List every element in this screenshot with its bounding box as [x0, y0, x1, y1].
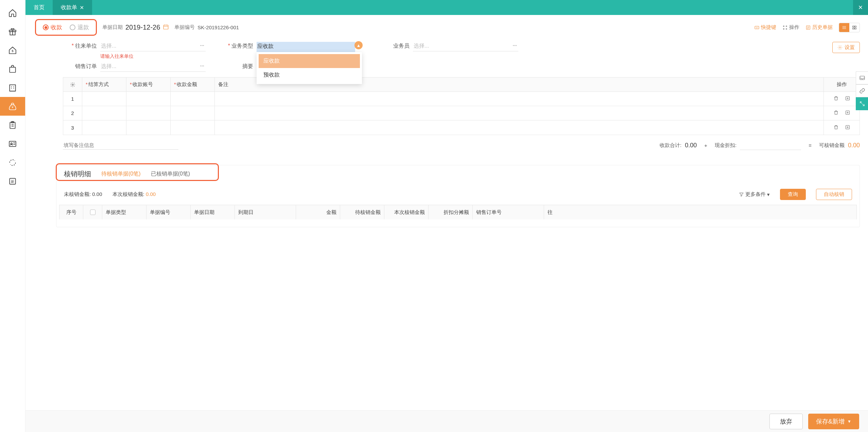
- svg-rect-21: [853, 28, 854, 29]
- grid-header: 结算方式 收款账号 收款金额 备注 操作: [63, 78, 860, 92]
- nav-house-dollar-icon[interactable]: $: [0, 41, 25, 60]
- doc-number: 单据编号 SK-20191226-001: [174, 24, 239, 31]
- header-actions: 快捷键 操作 历史单据: [754, 23, 860, 32]
- svg-text:¥: ¥: [12, 105, 14, 109]
- field-biz-type: 业务类型 应收款 ▲ 应收款 预收款: [219, 42, 362, 52]
- top-tabs: 首页 收款单 × ×: [25, 0, 868, 15]
- delete-icon[interactable]: [833, 124, 839, 131]
- nav-building-icon[interactable]: [0, 78, 25, 97]
- add-row-icon[interactable]: [845, 124, 850, 131]
- radio-dot-icon: [43, 24, 49, 30]
- grid-row[interactable]: 3: [63, 120, 860, 135]
- operate-link[interactable]: 操作: [782, 24, 799, 31]
- radio-refund[interactable]: 退款: [70, 23, 89, 31]
- left-sidebar: $ ¥ 新: [0, 0, 25, 432]
- partner-input[interactable]: [100, 42, 206, 51]
- add-row-icon[interactable]: [845, 110, 850, 116]
- form-row-2: 销售订单 ··· 摘要: [25, 62, 868, 74]
- chevron-down-icon: ▼: [847, 419, 851, 424]
- nav-gift-icon[interactable]: [0, 22, 25, 41]
- svg-rect-20: [855, 26, 856, 27]
- payment-grid: 结算方式 收款账号 收款金额 备注 操作 1 2: [63, 77, 860, 135]
- svg-point-24: [72, 84, 73, 85]
- settings-button[interactable]: 设置: [832, 42, 860, 53]
- field-sales-order: 销售订单 ···: [63, 62, 206, 72]
- svg-rect-19: [853, 26, 854, 27]
- svg-rect-13: [755, 26, 759, 29]
- verify-section: 核销明细 待核销单据(0笔) 已核销单据(0笔) 未核销金额: 0.00 本次核…: [56, 165, 860, 227]
- more-conditions[interactable]: 更多条件 ▾: [739, 191, 770, 198]
- chevron-up-icon[interactable]: ▲: [354, 41, 363, 49]
- discard-button[interactable]: 放弃: [769, 414, 803, 429]
- query-button[interactable]: 查询: [780, 189, 806, 200]
- nav-new-icon[interactable]: 新: [0, 172, 25, 190]
- nav-bag-icon[interactable]: [0, 60, 25, 78]
- totals-row: 收款合计: 0.00 + 现金折扣: = 可核销金额 0.00: [63, 140, 860, 150]
- svg-rect-28: [860, 76, 865, 80]
- biz-type-dropdown: 应收款 预收款: [257, 52, 362, 84]
- field-partner: 往来单位 ··· 请输入往来单位: [63, 42, 206, 60]
- field-salesperson: 业务员 ···: [376, 42, 518, 51]
- svg-rect-4: [10, 85, 15, 91]
- float-expand-icon[interactable]: [856, 97, 868, 110]
- save-new-button[interactable]: 保存&新增▼: [808, 414, 859, 429]
- calendar-icon[interactable]: [163, 24, 169, 31]
- svg-point-9: [11, 143, 12, 144]
- gear-icon[interactable]: [63, 78, 82, 92]
- nav-home-icon[interactable]: [0, 3, 25, 22]
- shortcut-link[interactable]: 快捷键: [754, 24, 776, 31]
- svg-point-23: [839, 47, 841, 48]
- partner-error: 请输入往来单位: [100, 53, 206, 60]
- svg-text:$: $: [12, 49, 14, 53]
- view-toggle-card-icon[interactable]: [849, 23, 860, 32]
- checkbox-all[interactable]: [90, 210, 96, 215]
- svg-rect-22: [855, 28, 856, 29]
- more-dots-icon[interactable]: ···: [200, 43, 204, 48]
- chevron-down-icon: ▾: [767, 192, 770, 198]
- verify-grid: 序号 单据类型 单据编号 单据日期 到期日 金额 待核销金额 本次核销金额 折扣…: [59, 205, 857, 219]
- svg-rect-3: [10, 67, 15, 72]
- sales-order-input[interactable]: [100, 62, 206, 72]
- verify-toolbar: 未核销金额: 0.00 本次核销金额: 0.00 更多条件 ▾ 查询 自动核销: [56, 183, 860, 203]
- svg-point-17: [786, 28, 787, 29]
- nav-money-bag-icon[interactable]: ¥: [0, 97, 25, 116]
- auto-verify-button[interactable]: 自动核销: [816, 189, 852, 200]
- discount-input[interactable]: [740, 140, 801, 150]
- grid-row[interactable]: 1: [63, 92, 860, 106]
- form-row-1: 往来单位 ··· 请输入往来单位 业务类型 应收款 ▲ 应收款 预收款: [25, 37, 868, 62]
- svg-point-15: [786, 26, 787, 27]
- svg-point-16: [783, 28, 784, 29]
- biz-type-option[interactable]: 应收款: [259, 54, 360, 68]
- svg-rect-12: [164, 25, 169, 29]
- add-row-icon[interactable]: [845, 96, 850, 102]
- tab-receipt[interactable]: 收款单 ×: [53, 0, 92, 15]
- history-link[interactable]: 历史单据: [805, 24, 833, 31]
- view-toggle-list-icon[interactable]: [839, 23, 849, 32]
- radio-receive[interactable]: 收款: [43, 23, 62, 31]
- biz-type-select[interactable]: 应收款: [257, 42, 355, 52]
- close-icon[interactable]: ×: [80, 4, 84, 12]
- header-row: 收款 退款 单据日期 2019-12-26 单据编号 SK-20191226-0…: [25, 15, 868, 37]
- radio-dot-icon: [70, 24, 75, 30]
- nav-id-card-icon[interactable]: [0, 134, 25, 153]
- right-float-tools: [856, 71, 868, 110]
- grid-row[interactable]: 2: [63, 106, 860, 120]
- float-link-icon[interactable]: [856, 84, 868, 97]
- more-dots-icon[interactable]: ···: [200, 63, 204, 69]
- float-inbox-icon[interactable]: [856, 71, 868, 84]
- more-dots-icon[interactable]: ···: [513, 43, 517, 48]
- main: 首页 收款单 × × 收款 退款 单据日期 2019-12-26 单据编号 SK…: [25, 0, 868, 432]
- delete-icon[interactable]: [833, 96, 839, 102]
- view-toggle: [839, 23, 860, 32]
- overall-note-input[interactable]: [63, 141, 178, 150]
- svg-point-14: [783, 26, 784, 27]
- tab-home[interactable]: 首页: [25, 0, 53, 15]
- close-app-icon[interactable]: ×: [853, 0, 868, 15]
- nav-sync-icon[interactable]: [0, 153, 25, 172]
- nav-clipboard-icon[interactable]: [0, 116, 25, 134]
- salesperson-input[interactable]: [413, 42, 518, 51]
- highlight-box: [56, 163, 219, 181]
- biz-type-option[interactable]: 预收款: [259, 68, 360, 82]
- verify-grid-header: 序号 单据类型 单据编号 单据日期 到期日 金额 待核销金额 本次核销金额 折扣…: [59, 205, 856, 219]
- delete-icon[interactable]: [833, 110, 839, 116]
